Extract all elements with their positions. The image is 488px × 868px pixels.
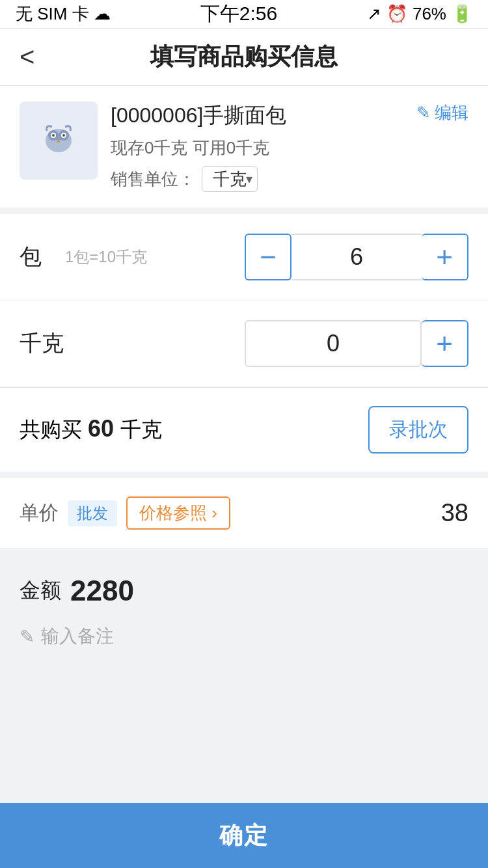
- product-unit-row: 销售单位： 千克 ▾: [111, 166, 403, 192]
- price-section: 单价 批发 价格参照 › 38: [0, 478, 488, 549]
- status-right: ↗ ⏰ 76% 🔋: [367, 4, 472, 24]
- batch-button[interactable]: 录批次: [368, 406, 468, 454]
- unit-label: 销售单位：: [111, 168, 195, 191]
- summary-text: 共购买 60 千克: [20, 415, 162, 444]
- unit-selector[interactable]: 千克 ▾: [202, 166, 258, 192]
- increment-bao-button[interactable]: +: [422, 234, 468, 280]
- battery-icon: 🔋: [452, 4, 472, 24]
- quantity-label-kg: 千克: [20, 329, 64, 359]
- price-tag: 批发: [68, 500, 117, 526]
- back-button[interactable]: <: [20, 42, 34, 72]
- summary-value: 60: [88, 415, 120, 442]
- edit-button[interactable]: ✎ 编辑: [416, 102, 468, 124]
- edit-icon: ✎: [416, 103, 431, 123]
- quantity-control-bao: − +: [245, 234, 468, 280]
- unit-select-input[interactable]: 千克: [202, 166, 258, 192]
- note-row[interactable]: ✎ 输入备注: [20, 617, 468, 668]
- price-label: 单价: [20, 500, 59, 526]
- product-stock: 现存0千克 可用0千克: [111, 137, 403, 159]
- sim-status: 无 SIM 卡 ☁: [16, 3, 111, 25]
- quantity-input-bao[interactable]: [291, 234, 422, 280]
- status-time: 下午2:56: [200, 1, 277, 27]
- status-bar: 无 SIM 卡 ☁ 下午2:56 ↗ ⏰ 76% 🔋: [0, 0, 488, 29]
- confirm-button[interactable]: 确定: [0, 803, 488, 868]
- quantity-label-bao: 包: [20, 242, 59, 272]
- status-left: 无 SIM 卡 ☁: [16, 3, 111, 25]
- svg-point-5: [52, 134, 55, 137]
- quantity-row-bao: 包 1包=10千克 − +: [0, 214, 488, 301]
- increment-kg-button[interactable]: +: [422, 320, 468, 367]
- amount-value: 2280: [70, 575, 134, 607]
- summary-prefix: 共购买: [20, 418, 82, 441]
- pencil-icon: ✎: [20, 626, 34, 647]
- amount-label: 金额: [20, 576, 61, 605]
- location-icon: ↗: [367, 4, 381, 24]
- quantity-section: 包 1包=10千克 − + 千克 +: [0, 214, 488, 388]
- quantity-hint-bao: 1包=10千克: [65, 247, 245, 267]
- summary-row: 共购买 60 千克 录批次: [0, 388, 488, 478]
- summary-unit: 千克: [120, 418, 162, 441]
- product-thumbnail: [20, 102, 98, 180]
- page-title: 填写商品购买信息: [150, 41, 338, 73]
- decrement-bao-button[interactable]: −: [245, 234, 291, 280]
- battery-level: 76%: [413, 4, 446, 24]
- amount-section: 金额 2280 ✎ 输入备注: [0, 549, 488, 668]
- alarm-icon: ⏰: [386, 4, 407, 24]
- product-card: [0000006]手撕面包 现存0千克 可用0千克 销售单位： 千克 ▾ ✎ 编…: [0, 86, 488, 214]
- product-name: [0000006]手撕面包: [111, 102, 403, 130]
- nav-bar: < 填写商品购买信息: [0, 29, 488, 86]
- quantity-control-kg: +: [245, 320, 468, 367]
- note-placeholder: 输入备注: [41, 624, 114, 649]
- quantity-row-kg: 千克 +: [0, 301, 488, 387]
- amount-row: 金额 2280: [20, 568, 468, 617]
- price-value: 38: [441, 499, 468, 527]
- price-ref-button[interactable]: 价格参照 ›: [126, 496, 230, 530]
- product-icon: [39, 118, 78, 164]
- quantity-input-kg[interactable]: [245, 320, 422, 367]
- svg-point-6: [62, 134, 65, 137]
- product-info: [0000006]手撕面包 现存0千克 可用0千克 销售单位： 千克 ▾: [111, 102, 403, 192]
